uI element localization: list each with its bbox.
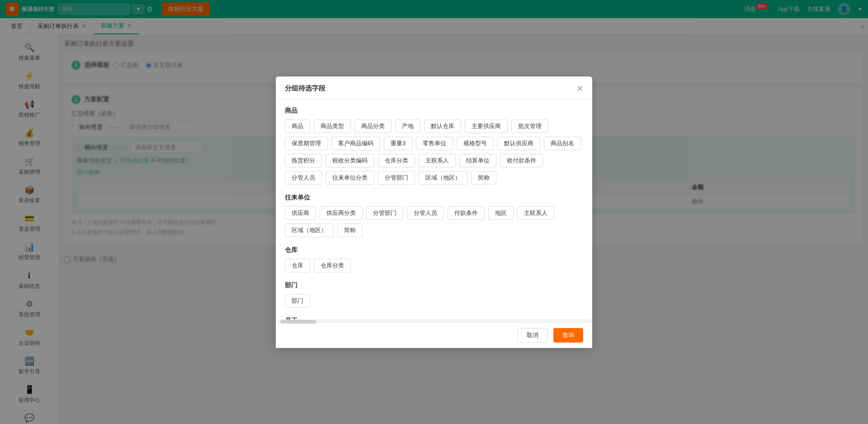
- field-tag-partner-region[interactable]: 区域（地区）: [285, 224, 334, 237]
- modal-close-btn[interactable]: ✕: [576, 84, 583, 94]
- field-tag-origin[interactable]: 产地: [395, 119, 420, 133]
- field-tag-tax-code[interactable]: 税收分类编码: [326, 154, 374, 167]
- field-tag-main-contact[interactable]: 主联系人: [419, 154, 456, 167]
- field-tag-product-category[interactable]: 商品分类: [354, 119, 392, 133]
- field-tag-payment-terms[interactable]: 收付款条件: [500, 154, 543, 167]
- field-tag-batch-mgmt[interactable]: 批次管理: [511, 119, 548, 133]
- field-tag-product[interactable]: 商品: [285, 119, 310, 133]
- warehouse-field-tags: 仓库 仓库分类: [285, 259, 583, 272]
- field-tag-partner-category[interactable]: 往来单位分类: [326, 171, 374, 185]
- field-tag-partner-contact[interactable]: 主联系人: [517, 206, 554, 220]
- field-tag-area[interactable]: 地区: [488, 206, 514, 220]
- modal-confirm-btn[interactable]: 查询: [553, 328, 583, 343]
- modal-cancel-btn[interactable]: 取消: [517, 328, 548, 343]
- field-tag-product-type[interactable]: 商品类型: [314, 119, 351, 133]
- field-tag-partner-manage-dept[interactable]: 分管部门: [366, 206, 403, 220]
- product-field-tags: 商品 商品类型 商品分类 产地 默认仓库 主要供应商 批次管理 保质期管理 客户…: [285, 119, 583, 185]
- field-tag-warehouse[interactable]: 仓库: [285, 259, 310, 272]
- partner-field-tags: 供应商 供应商分类 分管部门 分管人员 付款条件 地区 主联系人 区域（地区） …: [285, 206, 583, 237]
- field-tag-supplier[interactable]: 供应商: [285, 206, 316, 220]
- field-group-warehouse: 仓库 仓库 仓库分类: [285, 246, 583, 272]
- field-tag-spec[interactable]: 规格型号: [457, 137, 494, 150]
- field-tag-main-supplier[interactable]: 主要供应商: [465, 119, 508, 133]
- field-group-product: 商品 商品 商品类型 商品分类 产地 默认仓库 主要供应商 批次管理 保质期管理…: [285, 107, 583, 185]
- field-group-dept-title: 部门: [285, 281, 583, 290]
- modal-body[interactable]: 商品 商品 商品类型 商品分类 产地 默认仓库 主要供应商 批次管理 保质期管理…: [276, 100, 592, 319]
- field-tag-shelf-life[interactable]: 保质期管理: [285, 137, 328, 150]
- field-tag-dept[interactable]: 部门: [285, 294, 310, 308]
- field-tag-region-product[interactable]: 区域（地区）: [419, 171, 467, 185]
- modal-horizontal-scrollbar[interactable]: [276, 319, 592, 322]
- field-tag-partner-manager[interactable]: 分管人员: [407, 206, 444, 220]
- field-select-modal: 分组待选字段 ✕ 商品 商品 商品类型 商品分类 产地 默认仓库 主要供应商 批…: [276, 76, 592, 348]
- field-tag-manage-dept[interactable]: 分管部门: [378, 171, 415, 185]
- modal-hscroll-thumb[interactable]: [280, 320, 316, 324]
- modal-header: 分组待选字段 ✕: [276, 76, 592, 100]
- field-group-product-title: 商品: [285, 107, 583, 115]
- field-group-warehouse-title: 仓库: [285, 246, 583, 254]
- modal-title: 分组待选字段: [285, 84, 326, 93]
- dept-field-tags: 部门: [285, 294, 583, 308]
- field-tag-default-warehouse[interactable]: 默认仓库: [424, 119, 461, 133]
- field-tag-short-name-product[interactable]: 简称: [471, 171, 496, 185]
- field-tag-warehouse-category[interactable]: 仓库分类: [378, 154, 415, 167]
- field-tag-default-supplier[interactable]: 默认供应商: [497, 137, 540, 150]
- field-group-dept: 部门 部门: [285, 281, 583, 308]
- field-tag-warehouse-cat[interactable]: 仓库分类: [314, 259, 351, 272]
- field-group-partner-title: 往来单位: [285, 194, 583, 202]
- modal-footer: 取消 查询: [276, 322, 592, 348]
- field-tag-partner-short[interactable]: 简称: [337, 224, 363, 237]
- field-tag-product-alias[interactable]: 商品别名: [544, 137, 581, 150]
- field-tag-customer-code[interactable]: 客户商品编码: [331, 137, 380, 150]
- field-tag-supplier-category[interactable]: 供应商分类: [320, 206, 363, 220]
- modal-overlay: 分组待选字段 ✕ 商品 商品 商品类型 商品分类 产地 默认仓库 主要供应商 批…: [0, 0, 868, 424]
- field-group-partner: 往来单位 供应商 供应商分类 分管部门 分管人员 付款条件 地区 主联系人 区域…: [285, 194, 583, 237]
- field-tag-partner-payment[interactable]: 付款条件: [448, 206, 485, 220]
- field-tag-pick-points[interactable]: 拣货积分: [285, 154, 322, 167]
- field-tag-retail-unit[interactable]: 零售单位: [416, 137, 453, 150]
- field-tag-manager[interactable]: 分管人员: [285, 171, 322, 185]
- field-tag-weight[interactable]: 重量3: [384, 137, 412, 150]
- field-tag-settlement-unit[interactable]: 结算单位: [459, 154, 496, 167]
